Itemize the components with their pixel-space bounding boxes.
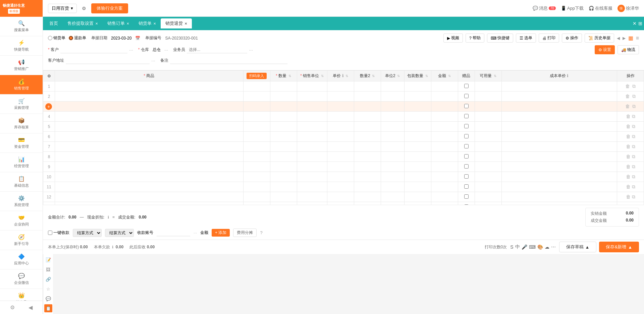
save-draft-button[interactable]: 保存草稿 ▲ <box>559 242 597 252</box>
amount-cell[interactable] <box>431 202 458 205</box>
right-star-icon[interactable]: ☆ <box>44 285 52 293</box>
tab-price-setting-close[interactable]: ✕ <box>95 22 98 25</box>
nav-next-icon[interactable]: ▶ <box>623 36 626 41</box>
qty-cell[interactable] <box>270 112 297 122</box>
expense-split-button[interactable]: 费用分摊 <box>233 229 257 237</box>
amount-cell[interactable] <box>431 112 458 122</box>
copy-icon[interactable]: ⧉ <box>632 164 635 169</box>
product-cell[interactable] <box>55 112 244 122</box>
qty2-cell[interactable] <box>354 102 381 112</box>
copy-icon[interactable]: ⧉ <box>632 93 636 99</box>
unit-price-cell[interactable] <box>327 162 354 172</box>
product-cell[interactable] <box>55 81 244 91</box>
sidebar-item-appstore[interactable]: 🔷 应用中心 <box>0 250 43 269</box>
qty-cell[interactable] <box>270 152 297 162</box>
unit-price-cell[interactable] <box>327 112 354 122</box>
warehouse-dots[interactable]: ··· <box>164 47 168 53</box>
settings-gear-icon[interactable]: ⚙ <box>80 5 88 12</box>
available-cell[interactable] <box>475 91 501 102</box>
qty-cell[interactable] <box>270 202 297 205</box>
gift-checkbox[interactable] <box>464 154 469 159</box>
product-cell[interactable] <box>55 182 244 192</box>
sales-unit-cell[interactable] <box>297 162 327 172</box>
unit2-cell[interactable] <box>381 81 404 91</box>
copy-icon[interactable]: ⧉ <box>632 174 635 179</box>
settings-bottom-icon[interactable]: ⚙ <box>10 304 15 311</box>
gift-checkbox[interactable] <box>464 134 469 138</box>
unit-price-cell[interactable] <box>327 152 354 162</box>
qty-cell[interactable] <box>270 81 297 91</box>
qty-cell[interactable] <box>270 122 297 132</box>
copy-icon[interactable]: ⧉ <box>632 184 635 189</box>
gift-checkbox[interactable] <box>464 84 469 88</box>
qty-cell[interactable] <box>270 142 297 152</box>
history-button[interactable]: 📜 历史单据 <box>585 34 614 43</box>
unit2-cell[interactable] <box>381 102 404 112</box>
sales-unit-cell[interactable] <box>297 102 327 112</box>
radio-return[interactable]: 退款单 <box>69 35 86 41</box>
delete-icon[interactable]: 🗑 <box>626 184 631 189</box>
qty2-sort-icon[interactable]: ⇅ <box>372 74 375 78</box>
qty2-cell[interactable] <box>354 81 381 91</box>
list-view-icon[interactable]: ≡ <box>636 35 639 41</box>
qty-cell[interactable] <box>270 192 297 202</box>
add-row-button[interactable]: + <box>45 103 52 110</box>
delete-icon[interactable]: 🗑 <box>625 104 630 109</box>
sales-unit-cell[interactable] <box>297 112 327 122</box>
available-cell[interactable] <box>475 102 501 112</box>
amount-cell[interactable] <box>431 132 458 142</box>
unit-price-cell[interactable] <box>327 182 354 192</box>
delete-icon[interactable]: 🗑 <box>626 124 631 129</box>
sales-unit-cell[interactable] <box>297 81 327 91</box>
industry-selector[interactable]: 日用百货 ▾ <box>48 4 77 13</box>
tab-home[interactable]: 首页 <box>45 18 63 28</box>
calc-method-select[interactable]: 结算方式 <box>105 229 134 237</box>
gift-checkbox[interactable] <box>464 194 469 199</box>
tab-price-setting[interactable]: 售价提取设置 ✕ <box>63 18 103 28</box>
staff-dots[interactable]: ··· <box>249 47 253 53</box>
unit-price-cell[interactable] <box>327 202 354 205</box>
operation-button[interactable]: ⚙ 操作 <box>562 34 582 43</box>
radio-return-input[interactable] <box>69 36 73 40</box>
copy-icon[interactable]: ⧉ <box>632 104 636 109</box>
sidebar-item-operation[interactable]: 📊 经营管理 <box>0 153 43 172</box>
unit-price-cell[interactable] <box>327 132 354 142</box>
nav-prev-icon[interactable]: ◀ <box>617 36 620 41</box>
account-dots[interactable]: ··· <box>194 231 197 235</box>
copy-icon[interactable]: ⧉ <box>632 134 635 139</box>
gift-checkbox[interactable] <box>464 94 469 98</box>
right-image-icon[interactable]: 🖼 <box>44 265 52 273</box>
gift-checkbox[interactable] <box>464 184 469 189</box>
qty-sort-icon[interactable]: ⇅ <box>288 74 291 78</box>
sidebar-item-basic[interactable]: 📋 基础信息 <box>0 172 43 192</box>
product-input[interactable] <box>57 104 241 109</box>
one-click-payment-input[interactable] <box>48 231 52 235</box>
experience-button[interactable]: 体验行业方案 <box>91 3 128 13</box>
help-button[interactable]: ? 帮助 <box>466 34 484 43</box>
amount-cell[interactable] <box>431 122 458 132</box>
unit2-sort-icon[interactable]: ⇅ <box>397 74 400 78</box>
customer-input[interactable] <box>60 46 127 53</box>
delete-icon[interactable]: 🗑 <box>626 144 631 149</box>
gift-checkbox[interactable] <box>464 114 469 118</box>
sidebar-item-shortcut[interactable]: ⚡ 快捷导航 <box>0 36 43 56</box>
online-service-button[interactable]: 🎧 在线客服 <box>589 5 612 11</box>
print-button[interactable]: 🖨 打印 <box>539 34 559 43</box>
copy-icon[interactable]: ⧉ <box>632 154 635 159</box>
amount-sort-icon[interactable]: ⇅ <box>448 74 451 78</box>
add-payment-button[interactable]: + 添加 <box>212 229 230 237</box>
notes-input[interactable] <box>170 57 287 64</box>
unit-price-cell[interactable] <box>327 122 354 132</box>
table-settings-icon[interactable]: ⚙ <box>47 74 51 78</box>
product-cell[interactable] <box>55 202 244 205</box>
available-sort-icon[interactable]: ⇅ <box>494 74 496 78</box>
account-input[interactable] <box>157 229 190 236</box>
logistics-button[interactable]: 🚚 物流 <box>618 45 639 54</box>
copy-icon[interactable]: ⧉ <box>632 194 635 199</box>
sidebar-item-member[interactable]: 👑 畅会员 <box>0 289 43 301</box>
sidebar-item-search[interactable]: 🔍 搜索菜单 <box>0 17 43 36</box>
product-cell[interactable] <box>55 192 244 202</box>
tab-sales-return[interactable]: 销货退货 ✕ <box>161 18 192 28</box>
sales-unit-sort-icon[interactable]: ⇅ <box>321 74 324 78</box>
qty-cell[interactable] <box>270 102 297 112</box>
